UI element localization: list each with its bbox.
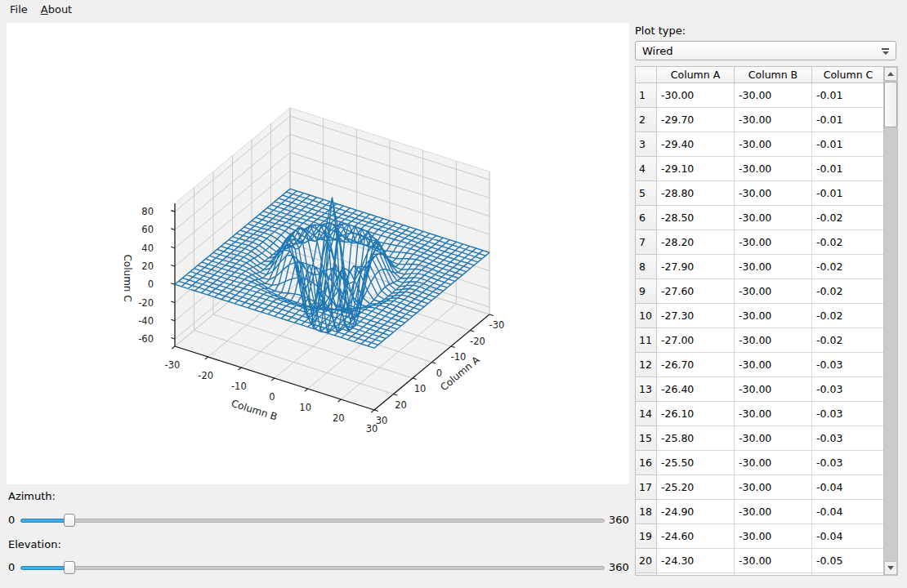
table-header-column-c[interactable]: Column C [812, 67, 884, 82]
row-number-cell[interactable]: 11 [636, 328, 657, 353]
row-number-cell[interactable]: 2 [636, 108, 657, 132]
menu-about[interactable]: About [34, 2, 78, 17]
table-cell[interactable] [636, 573, 657, 576]
table-cell[interactable]: -30.00 [735, 402, 812, 426]
table-cell[interactable]: -30.00 [735, 426, 812, 451]
table-cell[interactable]: -24.90 [657, 500, 735, 524]
table-cell[interactable]: -0.04 [812, 524, 884, 549]
table-cell[interactable]: -0.02 [812, 206, 884, 230]
table-cell[interactable]: -30.00 [735, 377, 812, 402]
table-cell[interactable]: -30.00 [735, 83, 812, 108]
elevation-slider-track[interactable] [20, 566, 605, 570]
table-cell[interactable]: -30.00 [735, 549, 812, 573]
table-cell[interactable]: -0.01 [812, 132, 884, 157]
table-cell[interactable]: -26.40 [657, 377, 735, 402]
row-number-cell[interactable]: 19 [636, 524, 657, 549]
table-cell[interactable] [812, 573, 884, 576]
row-number-cell[interactable]: 17 [636, 475, 657, 500]
table-cell[interactable]: -0.02 [812, 304, 884, 328]
table-cell[interactable]: -30.00 [735, 230, 812, 255]
table-cell[interactable]: -28.80 [657, 181, 735, 206]
table-cell[interactable]: -29.70 [657, 108, 735, 132]
scrollbar-down-button[interactable] [884, 561, 897, 575]
table-header-column-a[interactable]: Column A [657, 67, 735, 82]
row-number-cell[interactable]: 1 [636, 83, 657, 108]
table-cell[interactable]: -0.03 [812, 451, 884, 475]
table-cell[interactable]: -0.03 [812, 426, 884, 451]
elevation-slider-thumb[interactable] [64, 561, 75, 574]
row-number-cell[interactable]: 14 [636, 402, 657, 426]
table-cell[interactable]: -0.02 [812, 328, 884, 353]
row-number-cell[interactable]: 6 [636, 206, 657, 230]
table-cell[interactable]: -0.01 [812, 157, 884, 181]
table-vertical-scrollbar[interactable] [883, 67, 897, 575]
table-cell[interactable]: -30.00 [735, 108, 812, 132]
table-cell[interactable]: -0.02 [812, 255, 884, 279]
table-cell[interactable]: -0.01 [812, 181, 884, 206]
table-header-column-b[interactable]: Column B [735, 67, 812, 82]
table-cell[interactable]: -30.00 [735, 353, 812, 377]
table-cell[interactable]: -0.02 [812, 230, 884, 255]
plot-type-combobox[interactable]: Wired [635, 41, 896, 60]
table-cell[interactable]: -24.30 [657, 549, 735, 573]
table-cell[interactable]: -30.00 [735, 255, 812, 279]
row-number-cell[interactable]: 13 [636, 377, 657, 402]
table-cell[interactable]: -0.03 [812, 377, 884, 402]
table-cell[interactable]: -0.03 [812, 402, 884, 426]
table-cell[interactable]: -26.10 [657, 402, 735, 426]
row-number-cell[interactable]: 4 [636, 157, 657, 181]
table-cell[interactable]: -0.04 [812, 475, 884, 500]
scrollbar-up-button[interactable] [884, 67, 897, 81]
table-cell[interactable]: -29.40 [657, 132, 735, 157]
table-cell[interactable]: -30.00 [735, 524, 812, 549]
table-cell[interactable]: -30.00 [735, 304, 812, 328]
table-cell[interactable]: -27.30 [657, 304, 735, 328]
row-number-cell[interactable]: 16 [636, 451, 657, 475]
table-cell[interactable]: -25.20 [657, 475, 735, 500]
table-cell[interactable]: -0.01 [812, 83, 884, 108]
row-number-cell[interactable]: 7 [636, 230, 657, 255]
table-cell[interactable]: -26.70 [657, 353, 735, 377]
table-cell[interactable]: -0.05 [812, 549, 884, 573]
table-cell[interactable]: -27.60 [657, 279, 735, 304]
table-cell[interactable]: -30.00 [735, 181, 812, 206]
table-cell[interactable]: -30.00 [735, 451, 812, 475]
row-number-cell[interactable]: 9 [636, 279, 657, 304]
table-cell[interactable]: -29.10 [657, 157, 735, 181]
row-number-cell[interactable]: 3 [636, 132, 657, 157]
row-number-cell[interactable]: 18 [636, 500, 657, 524]
table-cell[interactable]: -28.20 [657, 230, 735, 255]
table-cell[interactable]: -0.04 [812, 500, 884, 524]
row-number-cell[interactable]: 20 [636, 549, 657, 573]
table-cell[interactable] [657, 573, 735, 576]
table-cell[interactable]: -0.03 [812, 353, 884, 377]
azimuth-slider-track[interactable] [20, 519, 605, 523]
table-cell[interactable]: -0.02 [812, 279, 884, 304]
table-cell[interactable]: -30.00 [735, 279, 812, 304]
table-cell[interactable]: -30.00 [735, 206, 812, 230]
table-cell[interactable]: -30.00 [735, 132, 812, 157]
row-number-cell[interactable]: 5 [636, 181, 657, 206]
table-cell[interactable]: -30.00 [735, 500, 812, 524]
table-cell[interactable]: -28.50 [657, 206, 735, 230]
table-cell[interactable]: -27.90 [657, 255, 735, 279]
azimuth-slider-thumb[interactable] [64, 514, 75, 527]
row-number-cell[interactable]: 8 [636, 255, 657, 279]
table-cell[interactable]: -27.00 [657, 328, 735, 353]
row-number-cell[interactable]: 10 [636, 304, 657, 328]
scrollbar-thumb[interactable] [884, 82, 897, 127]
table-cell[interactable]: -30.00 [735, 475, 812, 500]
table-body: 1-30.00-30.00-0.012-29.70-30.00-0.013-29… [636, 83, 884, 576]
row-number-cell[interactable]: 12 [636, 353, 657, 377]
table-cell[interactable]: -30.00 [735, 157, 812, 181]
table-cell[interactable]: -25.80 [657, 426, 735, 451]
data-table: Column A Column B Column C 1-30.00-30.00… [635, 66, 898, 576]
table-cell[interactable] [735, 573, 812, 576]
table-cell[interactable]: -0.01 [812, 108, 884, 132]
menu-file[interactable]: File [3, 2, 34, 17]
table-cell[interactable]: -30.00 [657, 83, 735, 108]
table-cell[interactable]: -30.00 [735, 328, 812, 353]
table-cell[interactable]: -25.50 [657, 451, 735, 475]
row-number-cell[interactable]: 15 [636, 426, 657, 451]
table-cell[interactable]: -24.60 [657, 524, 735, 549]
